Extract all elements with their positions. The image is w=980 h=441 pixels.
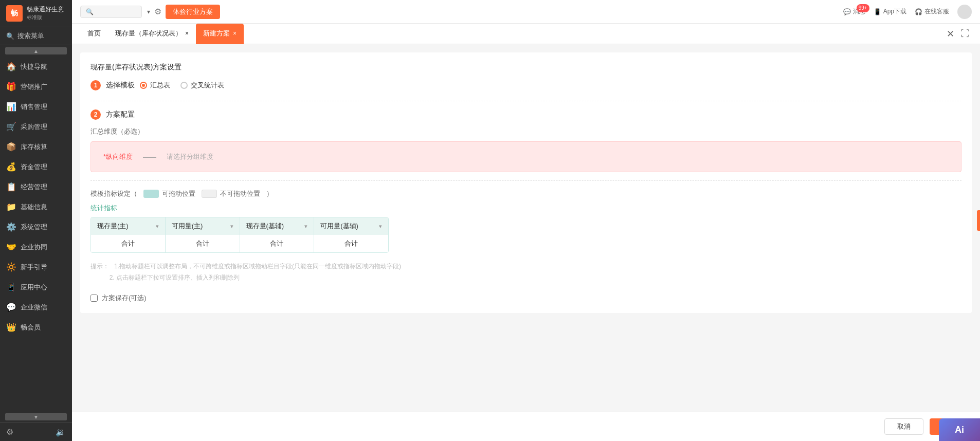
dimension-required: *纵向维度 xyxy=(103,152,133,161)
sound-icon[interactable]: 🔉 xyxy=(56,427,66,437)
tab-inventory-label: 现存量（库存状况表） xyxy=(115,29,182,38)
draggable-label: 可拖动位置 xyxy=(162,189,195,198)
radio-summary-circle xyxy=(140,82,147,89)
header-cell-2[interactable]: 现存量(基辅) ▾ xyxy=(240,217,315,235)
sidebar-item-agreement[interactable]: 🤝 企业协同 xyxy=(0,237,72,257)
sidebar-item-member[interactable]: 👑 畅会员 xyxy=(0,317,72,337)
chevron-down-icon-0[interactable]: ▾ xyxy=(156,223,159,230)
chevron-down-icon-1[interactable]: ▾ xyxy=(230,223,233,230)
sidebar-item-finance[interactable]: 💰 资金管理 xyxy=(0,157,72,177)
template-radio-group: 汇总表 交叉统计表 xyxy=(140,81,224,90)
stats-body-row: 合计 合计 合计 合计 xyxy=(91,235,388,252)
template-setting-label: 模板指标设定（ xyxy=(90,189,137,198)
radio-summary-label: 汇总表 xyxy=(150,81,170,90)
radio-summary[interactable]: 汇总表 xyxy=(140,81,170,90)
radio-cross-label: 交叉统计表 xyxy=(191,81,224,90)
app-logo: 畅 畅康通好生意 标准版 xyxy=(0,0,72,27)
header-label-0: 现存量(主) xyxy=(97,222,129,231)
settings-gear-icon[interactable]: ⚙ xyxy=(154,7,161,16)
window-expand-btn[interactable]: ⛶ xyxy=(958,28,972,40)
nav-label: 快捷导航 xyxy=(21,62,47,71)
scroll-down-btn[interactable]: ▼ xyxy=(5,413,67,420)
sidebar-item-app-center[interactable]: 📱 应用中心 xyxy=(0,277,72,297)
search-menu[interactable]: 🔍 搜索菜单 xyxy=(0,27,72,45)
sidebar-item-marketing[interactable]: 🎁 营销推广 xyxy=(0,77,72,97)
settings-icon[interactable]: ⚙ xyxy=(6,427,13,437)
window-close-btn[interactable]: ✕ xyxy=(945,28,956,40)
body-cell-2: 合计 xyxy=(240,235,315,252)
app-download-label: App下载 xyxy=(883,7,906,16)
nav-label: 基础信息 xyxy=(21,203,47,212)
nav-label: 企业协同 xyxy=(21,243,47,252)
sidebar-item-quick-nav[interactable]: 🏠 快捷导航 xyxy=(0,57,72,77)
tab-home[interactable]: 首页 xyxy=(80,24,108,44)
topbar-dropdown[interactable]: ▾ xyxy=(146,8,150,15)
header-cell-1[interactable]: 可用量(主) ▾ xyxy=(166,217,240,235)
nav-label: 新手引导 xyxy=(21,263,47,272)
tab-inventory-close[interactable]: × xyxy=(185,30,189,37)
save-label: 方案保存(可选) xyxy=(102,293,147,303)
message-btn[interactable]: 💬 消息 99+ xyxy=(843,7,865,16)
divider1 xyxy=(90,101,961,101)
right-handle[interactable] xyxy=(977,210,980,231)
page-title: 现存量(库存状况表)方案设置 xyxy=(90,63,961,72)
scroll-up-btn[interactable]: ▲ xyxy=(5,47,67,54)
tab-inventory-status[interactable]: 现存量（库存状况表） × xyxy=(108,24,196,44)
online-service-btn[interactable]: 🎧 在线客服 xyxy=(915,7,949,16)
dimension-label: 汇总维度（必选） xyxy=(90,127,961,136)
radio-cross[interactable]: 交叉统计表 xyxy=(180,81,224,90)
search-icon: 🔍 xyxy=(86,8,94,15)
sidebar-item-sales[interactable]: 📊 销售管理 xyxy=(0,97,72,117)
tab-new-scheme[interactable]: 新建方案 × xyxy=(196,24,244,44)
divider2 xyxy=(90,180,961,181)
draggable-indicator: 可拖动位置 xyxy=(143,189,195,198)
cancel-button[interactable]: 取消 xyxy=(884,418,923,435)
stats-table: 现存量(主) ▾ 可用量(主) ▾ 现存量(基辅) ▾ xyxy=(90,217,389,253)
topbar: 🔍 ▾ ⚙ 体验行业方案 💬 消息 99+ 📱 App下载 🎧 在线客服 xyxy=(72,0,980,24)
sidebar-item-wechat[interactable]: 💬 企业微信 xyxy=(0,297,72,317)
nav-label: 销售管理 xyxy=(21,102,47,112)
chevron-down-icon: ▼ xyxy=(33,414,39,420)
tab-new-scheme-close[interactable]: × xyxy=(233,30,237,37)
nav-label: 经营管理 xyxy=(21,182,47,192)
sidebar-item-guide[interactable]: 🔆 新手引导 xyxy=(0,257,72,277)
box-icon: 📦 xyxy=(6,142,16,152)
sidebar-item-system[interactable]: ⚙️ 系统管理 xyxy=(0,217,72,237)
crown-icon: 👑 xyxy=(6,322,16,332)
chart-icon: 📊 xyxy=(6,102,16,112)
dimension-select[interactable]: 请选择分组维度 xyxy=(167,152,213,161)
step1-label: 选择模板 xyxy=(106,81,135,90)
logo-icon: 畅 xyxy=(6,5,23,22)
settings-panel: 现存量(库存状况表)方案设置 1 选择模板 汇总表 交叉统计表 xyxy=(80,52,972,313)
handshake-icon: 🤝 xyxy=(6,242,16,252)
tab-new-scheme-label: 新建方案 xyxy=(203,29,230,38)
sidebar-item-basic-info[interactable]: 📁 基础信息 xyxy=(0,197,72,217)
tip-2: 2. 点击标题栏下拉可设置排序、插入列和删除列 xyxy=(90,272,961,284)
sidebar-item-operation[interactable]: 📋 经营管理 xyxy=(0,177,72,197)
chevron-down-icon-3[interactable]: ▾ xyxy=(379,223,382,230)
step2-section: 2 方案配置 汇总维度（必选） *纵向维度 —— 请选择分组维度 模板指标设定（… xyxy=(90,109,961,283)
header-cell-0[interactable]: 现存量(主) ▾ xyxy=(91,217,166,235)
search-bar[interactable]: 🔍 xyxy=(80,6,142,18)
body-cell-0: 合计 xyxy=(91,235,166,252)
gift-icon: 🎁 xyxy=(6,82,16,91)
sidebar-item-purchase[interactable]: 🛒 采购管理 xyxy=(0,117,72,137)
sidebar-bottom: ⚙ 🔉 xyxy=(0,422,72,441)
nav-label: 资金管理 xyxy=(21,162,47,172)
app-download-btn[interactable]: 📱 App下载 xyxy=(874,7,906,16)
nav-label: 库存核算 xyxy=(21,142,47,152)
ai-float-button[interactable]: Ai xyxy=(939,418,980,441)
sidebar: 畅 畅康通好生意 标准版 🔍 搜索菜单 ▲ 🏠 快捷导航 🎁 营销推广 📊 销售… xyxy=(0,0,72,441)
body-cell-3: 合计 xyxy=(314,235,388,252)
industry-btn[interactable]: 体验行业方案 xyxy=(166,5,220,19)
chevron-down-icon-2[interactable]: ▾ xyxy=(304,223,307,230)
sidebar-item-inventory[interactable]: 📦 库存核算 xyxy=(0,137,72,157)
header-cell-3[interactable]: 可用量(基辅) ▾ xyxy=(314,217,388,235)
clipboard-icon: 📋 xyxy=(6,182,16,192)
sidebar-nav: 🏠 快捷导航 🎁 营销推广 📊 销售管理 🛒 采购管理 📦 库存核算 💰 资金管… xyxy=(0,57,72,411)
user-avatar[interactable] xyxy=(957,5,972,19)
save-checkbox[interactable] xyxy=(90,295,98,302)
nav-label: 系统管理 xyxy=(21,223,47,232)
save-section: 方案保存(可选) xyxy=(90,293,961,303)
main-area: 🔍 ▾ ⚙ 体验行业方案 💬 消息 99+ 📱 App下载 🎧 在线客服 xyxy=(72,0,980,441)
